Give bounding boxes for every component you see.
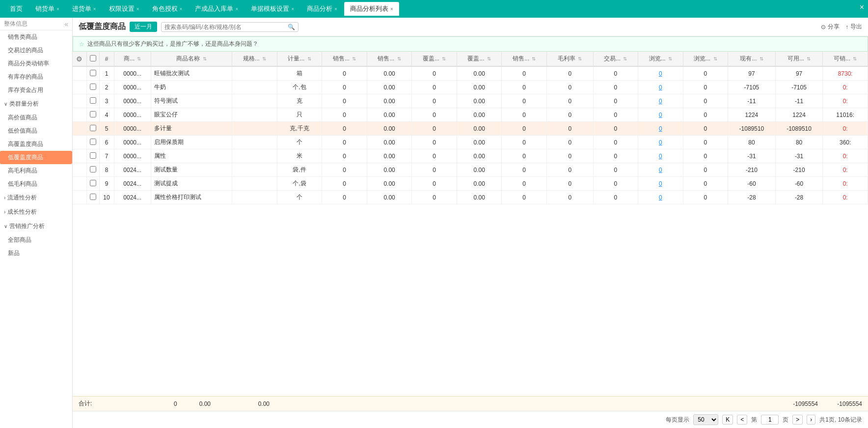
row-checkbox[interactable] [90, 84, 96, 90]
checkbox-cell[interactable] [86, 81, 99, 94]
page-size-select[interactable]: 50 100 200 [693, 414, 718, 425]
row-browse-count[interactable]: 0 [638, 122, 683, 136]
checkbox-cell[interactable] [86, 94, 99, 108]
nav-tab-analysis-list-close[interactable]: × [390, 6, 393, 12]
sidebar-item-low-value[interactable]: 低价值商品 [0, 124, 72, 138]
sidebar-item-category-rate[interactable]: 商品分类动销率 [0, 57, 72, 70]
row-browse-count[interactable]: 0 [638, 94, 683, 108]
checkbox-cell[interactable] [86, 136, 99, 149]
sidebar-item-new-goods[interactable]: 新品 [0, 247, 72, 260]
sidebar-section-growth: › 成长性分析 [0, 205, 72, 219]
gross-rate-column-header[interactable]: 毛利率 ⇅ [546, 52, 593, 66]
row-browse-count[interactable]: 0 [638, 163, 683, 177]
close-all-tabs-button[interactable]: × [860, 3, 864, 12]
checkbox-cell[interactable] [86, 163, 99, 177]
nav-tab-purchase-close[interactable]: × [93, 6, 96, 12]
row-checkbox[interactable] [90, 125, 96, 131]
row-browse-count[interactable]: 0 [638, 149, 683, 163]
checkbox-cell[interactable] [86, 66, 99, 81]
next-page-button[interactable]: > [792, 415, 803, 425]
checkbox-column-header[interactable] [86, 52, 99, 66]
available-stock-column-header[interactable]: 可用... ⇅ [775, 52, 823, 66]
row-browse-count[interactable]: 0 [638, 177, 683, 191]
checkbox-cell[interactable] [86, 108, 99, 122]
cover-qty-column-header[interactable]: 覆盖... ⇅ [412, 52, 457, 66]
row-checkbox[interactable] [90, 139, 96, 145]
row-browse-count[interactable]: 0 [638, 108, 683, 122]
row-checkbox[interactable] [90, 152, 96, 159]
nav-tab-sales[interactable]: 销货单 × [29, 2, 65, 16]
unit-column-header[interactable]: 计量... ⇅ [277, 52, 322, 66]
settings-cell [73, 81, 86, 94]
sidebar-item-high-coverage[interactable]: 高覆盖度商品 [0, 138, 72, 151]
sidebar-item-low-profit[interactable]: 低毛利商品 [0, 177, 72, 191]
row-checkbox[interactable] [90, 97, 96, 104]
nav-tab-products[interactable]: 产成品入库单 × [189, 2, 244, 16]
last-page-button[interactable]: › [807, 415, 815, 425]
row-browse-count[interactable]: 0 [638, 66, 683, 81]
row-cover-amount: 0.00 [457, 94, 502, 108]
sidebar-section-marketing-header[interactable]: ∨ 营销推广分析 [0, 219, 72, 233]
sidebar-collapse-button[interactable]: « [64, 20, 68, 28]
sidebar-item-all-goods[interactable]: 全部商品 [0, 233, 72, 247]
spec-column-header[interactable]: 规格... ⇅ [232, 52, 277, 66]
sidebar-item-traded-goods[interactable]: 交易过的商品 [0, 44, 72, 57]
cover-amount-column-header[interactable]: 覆盖... ⇅ [457, 52, 502, 66]
nav-tab-products-close[interactable]: × [235, 6, 238, 12]
row-browse-count[interactable]: 0 [638, 191, 683, 204]
browse-count-column-header[interactable]: 浏览... ⇅ [638, 52, 683, 66]
sidebar-item-capital[interactable]: 库存资金占用 [0, 84, 72, 97]
nav-tab-analysis-list[interactable]: 商品分析列表 × [344, 2, 399, 16]
row-checkbox[interactable] [90, 166, 96, 172]
nav-tab-roles-close[interactable]: × [180, 6, 183, 12]
row-browse-count[interactable]: 0 [638, 136, 683, 149]
nav-tab-purchase[interactable]: 进货单 × [66, 2, 102, 16]
row-checkbox[interactable] [90, 70, 96, 76]
sidebar-item-low-coverage[interactable]: 低覆盖度商品 [0, 151, 72, 164]
sidebar-section-flow-header[interactable]: › 流通性分析 [0, 191, 72, 205]
prev-page-button[interactable]: < [737, 415, 747, 425]
date-filter-button[interactable]: 近一月 [130, 22, 157, 32]
table-container[interactable]: ⚙ # 商... ⇅ 商品名称 ⇅ 规格... ⇅ 计量... ⇅ 销售... … [73, 52, 868, 396]
sellable-column-header[interactable]: 可销... ⇅ [823, 52, 868, 66]
row-checkbox[interactable] [90, 194, 96, 200]
nav-tab-analysis-close[interactable]: × [334, 6, 337, 12]
sidebar-item-high-value[interactable]: 高价值商品 [0, 111, 72, 124]
name-column-header[interactable]: 商品名称 ⇅ [151, 52, 232, 66]
current-page-input[interactable] [761, 415, 779, 425]
sales-amount-column-header[interactable]: 销售... ⇅ [367, 52, 412, 66]
checkbox-cell[interactable] [86, 191, 99, 204]
checkbox-cell[interactable] [86, 177, 99, 191]
nav-tab-template[interactable]: 单据模板设置 × [245, 2, 300, 16]
checkbox-cell[interactable] [86, 122, 99, 136]
sales-qty-column-header[interactable]: 销售... ⇅ [322, 52, 367, 66]
nav-tab-roles[interactable]: 角色授权 × [146, 2, 189, 16]
sidebar-section-cluster-header[interactable]: ∨ 类群量分析 [0, 97, 72, 111]
current-stock-column-header[interactable]: 现有... ⇅ [728, 52, 776, 66]
sidebar-item-high-profit[interactable]: 高毛利商品 [0, 164, 72, 177]
sidebar-item-stock-goods[interactable]: 有库存的商品 [0, 70, 72, 84]
nav-tab-sales-close[interactable]: × [56, 6, 59, 12]
nav-tab-home[interactable]: 首页 [4, 2, 28, 16]
share-button[interactable]: ⊙ 分享 [821, 23, 840, 31]
row-checkbox[interactable] [90, 180, 96, 186]
search-input[interactable] [164, 24, 286, 30]
checkbox-cell[interactable] [86, 149, 99, 163]
code-column-header[interactable]: 商... ⇅ [114, 52, 151, 66]
browse-rate-column-header[interactable]: 浏览... ⇅ [683, 52, 728, 66]
export-button[interactable]: ↑ 导出 [845, 23, 862, 31]
settings-column-header[interactable]: ⚙ [73, 52, 86, 66]
nav-tab-template-close[interactable]: × [291, 6, 294, 12]
row-checkbox[interactable] [90, 111, 96, 117]
first-page-button[interactable]: K [722, 415, 733, 425]
row-browse-count[interactable]: 0 [638, 81, 683, 94]
nav-tab-permissions-close[interactable]: × [136, 6, 139, 12]
nav-tab-permissions[interactable]: 权限设置 × [103, 2, 145, 16]
search-icon[interactable]: 🔍 [288, 24, 295, 30]
sales-rate-column-header[interactable]: 销售... ⇅ [502, 52, 547, 66]
trade-count-column-header[interactable]: 交易... ⇅ [593, 52, 638, 66]
sidebar-section-growth-header[interactable]: › 成长性分析 [0, 205, 72, 219]
nav-tab-analysis[interactable]: 商品分析 × [301, 2, 343, 16]
select-all-checkbox[interactable] [90, 55, 96, 61]
sidebar-item-sales-goods[interactable]: 销售类商品 [0, 30, 72, 44]
